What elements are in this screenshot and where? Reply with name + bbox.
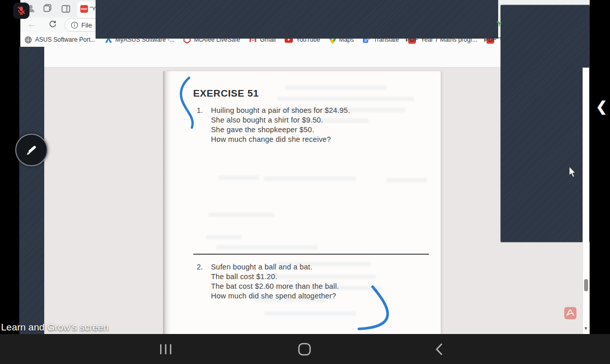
info-icon [71, 21, 78, 29]
home-icon [298, 343, 311, 356]
q2-line: The ball cost $1.20. [211, 272, 278, 281]
presenter-label: Learn and Grow's screen [1, 322, 109, 333]
q1-line: How much change did she receive? [211, 135, 331, 143]
workspaces-icon[interactable] [43, 4, 52, 13]
q1-number: 1. [197, 106, 203, 114]
panel-collapse-chevron[interactable]: ❮ [596, 99, 607, 115]
acrobat-icon [566, 310, 574, 317]
tab-actions-icon[interactable] [62, 5, 70, 13]
sprout-icon [497, 21, 502, 27]
pencil-icon [24, 142, 39, 158]
textbook-page: EXERCISE 51 1. Huiling bought a pair of … [163, 71, 441, 334]
video-panel[interactable] [501, 5, 590, 242]
home-button[interactable] [291, 334, 318, 364]
active-tab[interactable]: PDF "Y [77, 2, 98, 17]
tab-title: "Y [90, 6, 96, 12]
section-divider [193, 254, 429, 255]
shared-screen-view: PDF "Y ← File [0, 0, 610, 364]
globe-icon [24, 36, 32, 44]
pdf-tab-icon: PDF [80, 5, 88, 13]
android-nav-bar [0, 334, 610, 364]
address-text: File [81, 21, 92, 29]
recents-button[interactable] [152, 334, 179, 364]
acrobat-fab[interactable] [564, 307, 576, 319]
recents-icon [159, 344, 172, 354]
q2-number: 2. [197, 263, 203, 271]
back-nav-button[interactable] [426, 334, 451, 364]
share-overlay-left-strip [19, 47, 44, 334]
pdf-scrollbar-track[interactable] [583, 68, 589, 334]
annotate-pencil-button[interactable] [15, 134, 48, 166]
page-spine-shadow [163, 71, 171, 334]
mic-muted-indicator[interactable] [13, 3, 29, 19]
mouse-cursor [569, 167, 576, 178]
back-chevron-icon [435, 343, 443, 355]
back-button[interactable]: ← [27, 19, 36, 29]
bookmark-asus[interactable]: ASUS Software Port... [24, 36, 96, 44]
pdf-scrollbar-thumb[interactable] [584, 279, 588, 291]
mic-muted-icon [16, 5, 27, 16]
q1-line: She gave the shopkeeper $50. [211, 126, 314, 134]
share-overlay-top-band [96, 0, 498, 39]
refresh-button[interactable] [48, 20, 57, 28]
exercise-heading: EXERCISE 51 [193, 88, 259, 99]
scroll-down-arrow[interactable]: ▼ [583, 326, 589, 331]
